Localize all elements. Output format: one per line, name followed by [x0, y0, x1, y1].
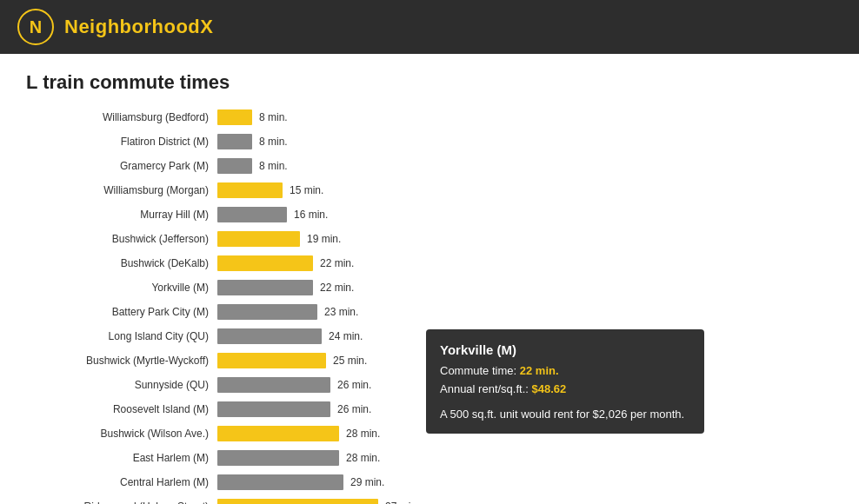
bar: [217, 499, 378, 504]
bar: [217, 328, 322, 344]
chart-row[interactable]: Long Island City (QU)24 min.: [26, 327, 833, 346]
bar: [217, 377, 330, 393]
bar-label: 28 min.: [346, 452, 380, 464]
bar-area: 15 min.: [217, 182, 833, 198]
app-header: N NeighborhoodX: [0, 0, 859, 54]
chart-row[interactable]: Flatiron District (M)8 min.: [26, 132, 833, 151]
bar: [217, 207, 287, 222]
bar-label: 29 min.: [350, 476, 384, 488]
bar-area: 37 min.: [217, 499, 833, 504]
row-label: Yorkville (M): [26, 282, 217, 294]
chart-row[interactable]: East Harlem (M)28 min.: [26, 448, 833, 468]
bar-label: 15 min.: [290, 184, 323, 196]
bar: [217, 426, 339, 441]
bar-label: 8 min.: [259, 160, 288, 172]
bar-area: 24 min.: [217, 328, 833, 344]
bar-area: 22 min.: [217, 255, 833, 271]
row-label: Long Island City (QU): [26, 330, 217, 342]
logo-letter: N: [30, 17, 42, 37]
row-label: Roosevelt Island (M): [26, 403, 217, 415]
bar: [217, 280, 313, 295]
row-label: Bushwick (Jefferson): [26, 233, 217, 245]
row-label: Ridgewood (Halsey Street): [26, 501, 217, 504]
bar-area: 26 min.: [217, 401, 833, 417]
chart-row[interactable]: Williamsburg (Bedford)8 min.: [26, 108, 833, 127]
chart-row[interactable]: Battery Park City (M)23 min.: [26, 302, 833, 322]
bar-label: 37 min.: [385, 501, 419, 504]
bar-area: 26 min.: [217, 377, 833, 393]
bar: [217, 158, 252, 174]
bar: [217, 182, 283, 198]
chart-row[interactable]: Ridgewood (Halsey Street)37 min.: [26, 497, 833, 504]
main-content: L train commute times Williamsburg (Bedf…: [0, 54, 859, 504]
row-label: Sunnyside (QU): [26, 379, 217, 391]
bar-label: 8 min.: [259, 136, 288, 148]
row-label: Murray Hill (M): [26, 209, 217, 221]
row-label: Gramercy Park (M): [26, 160, 217, 172]
chart-row[interactable]: Sunnyside (QU)26 min.: [26, 375, 833, 395]
row-label: East Harlem (M): [26, 452, 217, 464]
bar-label: 8 min.: [259, 111, 288, 123]
chart-row[interactable]: Bushwick (Myrtle-Wyckoff)25 min.: [26, 351, 833, 370]
bar-label: 19 min.: [307, 233, 341, 245]
bar: [217, 474, 343, 490]
row-label: Bushwick (Wilson Ave.): [26, 428, 217, 440]
bar: [217, 401, 330, 417]
bar-label: 24 min.: [329, 330, 363, 342]
bar: [217, 304, 317, 320]
chart-row[interactable]: Bushwick (Wilson Ave.)28 min.: [26, 424, 833, 443]
bar-area: 8 min.: [217, 134, 833, 149]
bar-area: 29 min.: [217, 474, 833, 490]
chart-row[interactable]: Central Harlem (M)29 min.: [26, 473, 833, 492]
chart-row[interactable]: Gramercy Park (M)8 min.: [26, 156, 833, 176]
bar-area: 28 min.: [217, 426, 833, 441]
app-title: NeighborhoodX: [64, 16, 213, 38]
row-label: Central Harlem (M): [26, 476, 217, 488]
chart-row[interactable]: Yorkville (M)22 min.: [26, 278, 833, 297]
chart-row[interactable]: Roosevelt Island (M)26 min.: [26, 400, 833, 419]
bar-area: 8 min.: [217, 109, 833, 125]
chart-container: Williamsburg (Bedford)8 min.Flatiron Dis…: [26, 108, 833, 504]
bar-area: 28 min.: [217, 450, 833, 466]
bar-label: 28 min.: [346, 428, 380, 440]
row-label: Williamsburg (Bedford): [26, 111, 217, 123]
bar-label: 26 min.: [337, 379, 371, 391]
bar-area: 23 min.: [217, 304, 833, 320]
chart-rows: Williamsburg (Bedford)8 min.Flatiron Dis…: [26, 108, 833, 504]
chart-row[interactable]: Bushwick (Jefferson)19 min.: [26, 229, 833, 249]
bar-label: 26 min.: [337, 403, 371, 415]
bar-area: 8 min.: [217, 158, 833, 174]
bar: [217, 353, 326, 368]
bar-label: 22 min.: [320, 257, 354, 269]
row-label: Battery Park City (M): [26, 306, 217, 318]
bar: [217, 109, 252, 125]
chart-row[interactable]: Bushwick (DeKalb)22 min.: [26, 254, 833, 273]
chart-title: L train commute times: [26, 71, 833, 94]
logo: N: [17, 9, 54, 45]
bar: [217, 134, 252, 149]
bar-area: 22 min.: [217, 280, 833, 295]
bar-area: 19 min.: [217, 231, 833, 247]
chart-row[interactable]: Williamsburg (Morgan)15 min.: [26, 181, 833, 200]
bar-label: 25 min.: [333, 355, 367, 367]
bar: [217, 231, 300, 247]
row-label: Flatiron District (M): [26, 136, 217, 148]
row-label: Williamsburg (Morgan): [26, 184, 217, 196]
bar-label: 16 min.: [294, 209, 328, 221]
chart-row[interactable]: Murray Hill (M)16 min.: [26, 205, 833, 224]
bar: [217, 450, 339, 466]
bar-area: 25 min.: [217, 353, 833, 368]
bar-label: 22 min.: [320, 282, 354, 294]
row-label: Bushwick (Myrtle-Wyckoff): [26, 355, 217, 367]
bar-area: 16 min.: [217, 207, 833, 222]
bar: [217, 255, 313, 271]
row-label: Bushwick (DeKalb): [26, 257, 217, 269]
bar-label: 23 min.: [324, 306, 358, 318]
